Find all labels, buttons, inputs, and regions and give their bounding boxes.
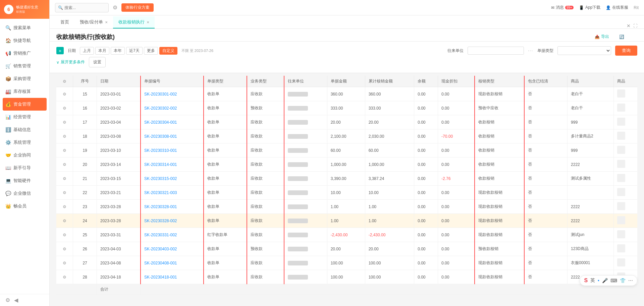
col-gear[interactable]: ⚙ (56, 76, 73, 87)
search-input[interactable] (64, 5, 106, 10)
row-goods: 2222 (568, 158, 614, 172)
window-expand-icon[interactable]: ⛶ (633, 23, 637, 28)
doc-no-link[interactable]: SK-20230310-001 (144, 148, 177, 153)
export-button[interactable]: 📤 导出 (591, 32, 613, 41)
message-button[interactable]: ✉ 消息 99+ (551, 5, 574, 10)
sidebar-item-hardware[interactable]: 💻智能硬件 (0, 174, 49, 187)
doc-no-link[interactable]: SK-20230418-001 (144, 275, 177, 280)
row-gear[interactable]: ⚙ (56, 200, 73, 214)
expand-filter-btn[interactable]: ∨ 展开更多条件 设置 (56, 57, 637, 67)
gear-icon[interactable]: ⚙ (113, 4, 117, 11)
sidebar-item-system[interactable]: ⚙️系统管理 (0, 136, 49, 149)
row-gear[interactable]: ⚙ (56, 228, 73, 242)
doc-no-link[interactable]: SK-20230315-002 (144, 176, 177, 181)
tab-receipt-verify[interactable]: 收款核销执行✕ (113, 16, 155, 28)
row-gear[interactable]: ⚙ (56, 115, 73, 129)
sidebar-item-enterprise[interactable]: 🤝企业协同 (0, 149, 49, 162)
partner-input[interactable] (468, 47, 524, 55)
sidebar-item-inventory[interactable]: 🏭库存核算 (0, 85, 49, 98)
row-biz-type: 应收款 (247, 214, 284, 228)
doc-no-link[interactable]: SK-20230328-002 (144, 219, 177, 223)
row-doc-type: 收款单 (204, 200, 247, 214)
row-doc-type: 收款单 (204, 129, 247, 143)
date-btn-7days[interactable]: 近7天 (126, 47, 143, 55)
col-partner: 往来单位 (284, 76, 327, 87)
settings-icon[interactable]: ⚙ (5, 297, 10, 303)
s-tool5[interactable]: 👕 (620, 278, 626, 283)
online-service-button[interactable]: 👤 在线客服 (606, 5, 628, 10)
row-gear[interactable]: ⚙ (56, 172, 73, 186)
solution-button[interactable]: 体验行业方案 (121, 3, 154, 12)
row-gear[interactable]: ⚙ (56, 186, 73, 200)
row-partner (284, 270, 327, 284)
doc-no-link[interactable]: SK-20230304-001 (144, 120, 177, 125)
row-verify-amount: 2,030.00 (365, 129, 414, 143)
sidebar-item-sales[interactable]: 🛒销售管理 (0, 60, 49, 72)
query-button[interactable]: 查询 (615, 46, 637, 56)
s-tool2[interactable]: • (598, 278, 599, 283)
row-gear[interactable]: ⚙ (56, 270, 73, 284)
doc-no-link[interactable]: SK-20230331-002 (144, 233, 177, 237)
doc-no-link[interactable]: SK-20230308-001 (144, 134, 177, 139)
col-amount: 单据金额 (327, 76, 365, 87)
sidebar-item-guide[interactable]: 📖新手引导 (0, 162, 49, 174)
row-gear[interactable]: ⚙ (56, 129, 73, 143)
row-goods2 (614, 242, 637, 256)
sidebar-item-search[interactable]: 🔍搜索菜单 (0, 21, 49, 34)
doc-no-link[interactable]: SK-20230302-002 (144, 106, 177, 111)
doc-no-link[interactable]: SK-20230328-001 (144, 204, 177, 209)
row-goods: 2222 (568, 200, 614, 214)
receipt-type-select[interactable] (557, 46, 611, 55)
window-close-icon[interactable]: ✕ (627, 23, 631, 28)
row-gear[interactable]: ⚙ (56, 214, 73, 228)
date-btn-lastmonth[interactable]: 上月 (80, 47, 94, 55)
sidebar-item-finance[interactable]: 💰资金管理 (3, 98, 47, 111)
filter-settings-btn[interactable]: 设置 (89, 57, 106, 67)
row-goods: 测试jun (568, 228, 614, 242)
s-tool3[interactable]: 🎤 (602, 278, 608, 283)
refresh-button[interactable]: 🔄 刷新 (615, 32, 637, 41)
doc-no-link[interactable]: SK-20230408-001 (144, 261, 177, 265)
s-tool6[interactable]: ⋯ (628, 278, 633, 283)
date-btn-thismonth[interactable]: 本月 (95, 47, 109, 55)
sidebar-item-business[interactable]: 📊经营管理 (0, 111, 49, 123)
row-gear[interactable]: ⚙ (56, 87, 73, 101)
partner-blurred (288, 134, 308, 139)
sidebar-item-member[interactable]: 👑畅会员 (0, 200, 49, 212)
date-btn-thisyear[interactable]: 本年 (111, 47, 125, 55)
filter-toggle-btn[interactable]: » (56, 47, 64, 54)
tab-close-prereceipt[interactable]: ✕ (105, 20, 108, 24)
row-doc-no: SK-20230314-001 (141, 158, 204, 172)
sidebar-item-basic[interactable]: ℹ️基础信息 (0, 123, 49, 136)
sidebar-item-purchase[interactable]: 📦采购管理 (0, 72, 49, 85)
row-goods2 (614, 115, 637, 129)
sidebar-item-wechat[interactable]: 💬企业微信 (0, 187, 49, 200)
tab-prereceipt[interactable]: 预收/应付单✕ (74, 16, 113, 28)
row-gear[interactable]: ⚙ (56, 158, 73, 172)
sidebar-item-quicknav[interactable]: 🏠快捷导航 (0, 34, 49, 47)
row-no: 16 (73, 101, 97, 115)
page-title: 收款核销执行(按收款) (56, 33, 115, 41)
date-btn-more[interactable]: 更多 (144, 47, 158, 55)
doc-no-link[interactable]: SK-20230403-002 (144, 247, 177, 251)
topbar-search-box[interactable]: 🔍 (55, 3, 109, 12)
tab-home[interactable]: 首页 (55, 16, 74, 28)
app-download-button[interactable]: 📱 App下载 (579, 5, 600, 10)
row-doc-type: 收款单 (204, 115, 247, 129)
tab-close-receipt-verify[interactable]: ✕ (147, 20, 149, 24)
row-gear[interactable]: ⚙ (56, 101, 73, 115)
date-btn-custom[interactable]: 自定义 (159, 47, 177, 55)
s-tool4[interactable]: ⌨ (610, 278, 617, 283)
s-tool1[interactable]: 英 (590, 278, 595, 284)
doc-no-link[interactable]: SK-20230314-001 (144, 162, 177, 167)
row-include-settled: 否 (524, 129, 567, 143)
doc-no-link[interactable]: SK-20230321-003 (144, 190, 177, 195)
row-gear[interactable]: ⚙ (56, 242, 73, 256)
collapse-icon[interactable]: ◀ (14, 297, 18, 303)
sidebar-item-marketing[interactable]: 📢营销推广 (0, 47, 49, 60)
row-doc-no: SK-20230315-002 (141, 172, 204, 186)
doc-no-link[interactable]: SK-20230301-002 (144, 92, 177, 97)
row-gear[interactable]: ⚙ (56, 143, 73, 158)
more-dots[interactable]: ··· (528, 48, 533, 53)
row-gear[interactable]: ⚙ (56, 256, 73, 270)
